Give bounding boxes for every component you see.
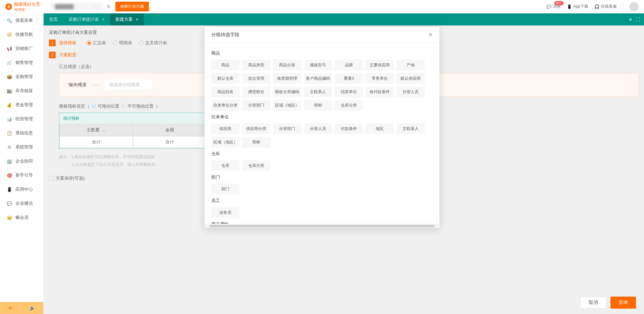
field-chip[interactable]: 供应商分类 — [242, 123, 270, 134]
field-chip[interactable]: 简称 — [304, 100, 332, 111]
field-chip[interactable]: 部门 — [211, 184, 239, 194]
sidebar-item[interactable]: 📢营销推广 — [0, 42, 43, 56]
sidebar-item[interactable]: 🔍搜索菜单 — [0, 13, 43, 27]
field-chip[interactable]: 地区 — [366, 123, 394, 134]
radio-cross[interactable]: 交叉统计表 — [139, 40, 167, 46]
tab-purchase-stats[interactable]: 采购订单统计表✕ — [63, 13, 110, 25]
app-download-label: App下载 — [573, 4, 588, 9]
scrollbar-thumb[interactable] — [209, 225, 435, 227]
logo-text: 畅捷通好生意 — [14, 1, 40, 7]
sidebar-item[interactable]: ⚙系统管理 — [0, 140, 43, 154]
field-chip[interactable]: 产地 — [396, 60, 425, 70]
field-chip[interactable]: 主联系人 — [396, 123, 425, 134]
field-chip[interactable]: 商品别名 — [211, 86, 239, 97]
avatar[interactable] — [629, 2, 639, 11]
step-2-label: 方案配置 — [59, 52, 76, 58]
settings-icon[interactable]: ⚙ — [8, 306, 12, 311]
trial-button[interactable]: 体验行业方案 — [115, 2, 149, 11]
modal-title: 分组待选字段 — [211, 32, 239, 38]
col-amount-header[interactable]: 金额 — [133, 124, 206, 136]
sidebar-item[interactable]: 💰资金管理 — [0, 98, 43, 112]
query-button[interactable]: 查询 — [610, 297, 636, 309]
sidebar-item[interactable]: 📊经营管理 — [0, 112, 43, 126]
online-service-link[interactable]: 🎧 在线客服 — [594, 4, 617, 9]
close-icon[interactable]: ✕ — [102, 17, 105, 22]
sound-icon[interactable]: 🔊 — [30, 306, 35, 311]
tab-close-all-icon[interactable]: ✕ — [629, 17, 632, 22]
cancel-button[interactable]: 取消 — [580, 297, 606, 309]
field-chip[interactable]: 商品 — [211, 60, 239, 70]
field-chip[interactable]: 批次管理 — [242, 73, 270, 84]
field-chip[interactable]: 规格型号 — [304, 60, 332, 70]
close-icon[interactable]: ✕ — [136, 17, 139, 22]
sidebar-item[interactable]: 🏬库存核算 — [0, 84, 43, 98]
field-chip[interactable]: 品牌 — [335, 60, 363, 70]
sidebar-item[interactable]: 📋基础信息 — [0, 126, 43, 140]
col-qty-header[interactable]: 主数量⌄ — [59, 124, 133, 136]
sidebar-item[interactable]: 💬企业微信 — [0, 196, 43, 210]
field-chip[interactable]: 主联系人 — [304, 86, 332, 97]
divider — [623, 4, 623, 10]
fullscreen-icon[interactable]: ⛶ — [636, 17, 640, 22]
field-group-title: 仓库 — [211, 151, 433, 157]
tab-home[interactable]: 首页 — [44, 13, 63, 25]
field-chip[interactable]: 分管部门 — [273, 123, 301, 134]
field-chip[interactable]: 分管人员 — [396, 86, 425, 97]
field-chip[interactable]: 默认供应商 — [396, 73, 425, 84]
sidebar-icon: 📢 — [7, 46, 12, 51]
tab-new-plan[interactable]: 新建方案✕ — [110, 13, 144, 25]
field-chip[interactable]: 区域（地区） — [273, 100, 301, 111]
company-selector[interactable]: ██████ ⌄ — [50, 3, 102, 10]
app-download-link[interactable]: 📱 App下载 — [567, 4, 588, 9]
sidebar-item[interactable]: 👑畅会员 — [0, 210, 43, 225]
field-chip[interactable]: 收付款条件 — [366, 86, 394, 97]
sidebar-item-label: 经营管理 — [15, 116, 33, 122]
modal-horizontal-scrollbar[interactable] — [205, 224, 439, 228]
field-chip[interactable]: 保质期管理 — [273, 73, 301, 84]
field-chip[interactable]: 区域（地区） — [211, 137, 239, 147]
field-chip[interactable]: 攒货积分 — [242, 86, 270, 97]
page-footer: 取消 查询 — [580, 297, 636, 309]
field-chip[interactable]: 默认仓库 — [211, 73, 239, 84]
field-chip[interactable]: 重量3 — [335, 73, 363, 84]
field-chip[interactable]: 供应商 — [211, 123, 239, 134]
gear-icon[interactable]: ⚙ — [107, 4, 111, 9]
field-chip[interactable]: 业务员 — [211, 207, 239, 218]
sidebar-item-label: 新手引导 — [15, 172, 33, 178]
col-qty-label: 主数量 — [87, 127, 100, 133]
field-chip[interactable]: 税收分类编码 — [273, 86, 301, 97]
field-chip[interactable]: 仓库分类 — [335, 100, 363, 111]
sidebar-item[interactable]: 🎯新手引导 — [0, 168, 43, 182]
field-chip[interactable]: 商品类型 — [242, 60, 270, 70]
field-chip[interactable]: 仓库 — [211, 160, 239, 171]
field-chip[interactable]: 仓库分类 — [242, 160, 270, 171]
chevron-down-icon: ⌄ — [94, 4, 97, 9]
field-chip[interactable]: 分管部门 — [242, 100, 270, 111]
sidebar-item[interactable]: 🧭快捷导航 — [0, 27, 43, 42]
dimension-input[interactable]: 请选择分组维度 — [105, 79, 152, 90]
field-chip[interactable]: 付款条件 — [335, 123, 363, 134]
field-chip[interactable]: 简称 — [242, 137, 270, 147]
field-chip[interactable]: 客户商品编码 — [304, 73, 332, 84]
radio-summary[interactable]: 汇总表 — [87, 40, 106, 46]
sidebar-item-label: 系统管理 — [15, 144, 33, 150]
modal-close-icon[interactable]: ✕ — [428, 32, 433, 38]
field-chip[interactable]: 结算单位 — [335, 86, 363, 97]
field-chip[interactable]: 往来单位分类 — [211, 100, 239, 111]
field-chip[interactable]: 商品分类 — [273, 60, 301, 70]
sidebar-icon: 📦 — [7, 74, 12, 79]
sidebar-item[interactable]: 📱应用中心 — [0, 182, 43, 196]
messages-link[interactable]: 💬 消息 99+ — [546, 4, 561, 9]
field-chip[interactable]: 零售单位 — [366, 73, 394, 84]
field-chip[interactable]: 主要供应商 — [366, 60, 394, 70]
field-chip[interactable]: 分管人员 — [304, 123, 332, 134]
dimension-label: *纵向维度 — [67, 82, 87, 88]
sidebar-item[interactable]: 🏢企业协同 — [0, 154, 43, 168]
radio-detail[interactable]: 明细表 — [113, 40, 132, 46]
sidebar-item-label: 快捷导航 — [15, 32, 33, 38]
sidebar-bottom-bar: ⚙ 🔊 — [0, 302, 43, 314]
dimension-separator: —— — [91, 82, 100, 87]
save-checkbox[interactable] — [49, 176, 54, 181]
sidebar-item[interactable]: 🛒销售管理 — [0, 56, 43, 70]
sidebar-item[interactable]: 📦采购管理 — [0, 70, 43, 84]
